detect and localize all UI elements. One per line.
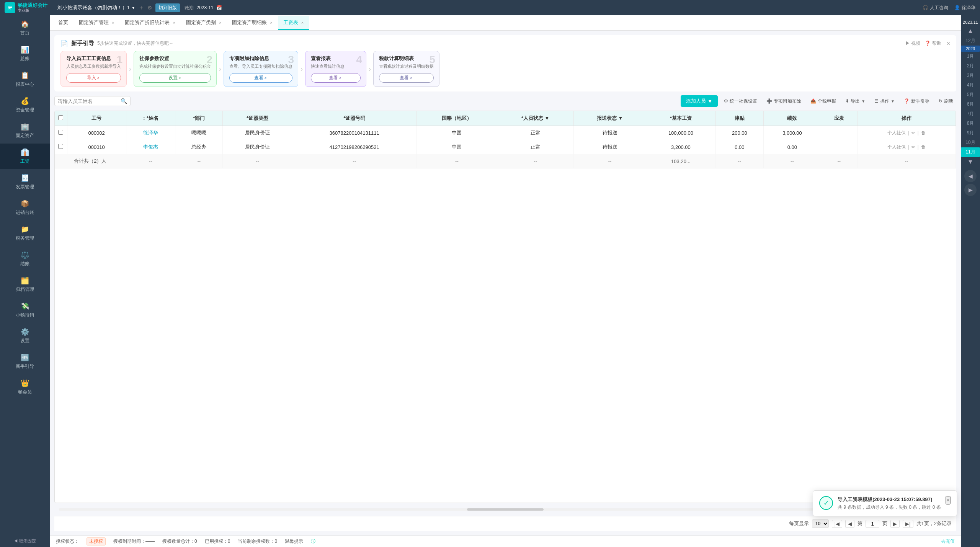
calendar-btn-2[interactable]: ▶ <box>964 184 977 196</box>
calendar-month-3[interactable]: 3月 <box>961 71 980 80</box>
calendar-month-10[interactable]: 10月 <box>961 138 980 147</box>
refresh-btn[interactable]: ↻ 刷新 <box>936 96 956 106</box>
sidebar-item-member[interactable]: 👑 畅会员 <box>0 374 50 400</box>
calendar-month-6[interactable]: 6月 <box>961 100 980 109</box>
tab-salary[interactable]: 工资表 × <box>278 16 309 30</box>
calendar-icon[interactable]: 📅 <box>216 5 222 10</box>
row1-edit-link[interactable]: ✏ <box>911 130 915 136</box>
select-all-checkbox[interactable] <box>58 115 63 120</box>
sidebar-item-home[interactable]: 🏠 首页 <box>0 15 50 41</box>
social-insurance-btn[interactable]: ⚙ 统一社保设置 <box>721 96 760 106</box>
sidebar-item-fund[interactable]: 💰 资金管理 <box>0 92 50 118</box>
wizard-video-link[interactable]: ▶ 视频 <box>905 40 920 47</box>
sidebar-item-archive[interactable]: 🗂️ 归档管理 <box>0 272 50 297</box>
row2-edit-link[interactable]: ✏ <box>911 144 915 150</box>
tab-detail-close[interactable]: × <box>270 20 272 25</box>
select-all-col[interactable] <box>55 111 67 126</box>
row1-name-link[interactable]: 徐泽华 <box>143 130 158 136</box>
sidebar-item-tax[interactable]: 📁 税务管理 <box>0 220 50 246</box>
report-icon: 📋 <box>21 71 29 80</box>
sidebar-item-close[interactable]: ⚖️ 结账 <box>0 246 50 272</box>
tab-depreciation[interactable]: 固定资产折旧统计表 × <box>119 16 180 30</box>
wizard-step-btn-4[interactable]: 查看＞ <box>311 73 361 83</box>
sidebar-item-settings[interactable]: ⚙️ 设置 <box>0 323 50 349</box>
row1-delete-link[interactable]: 🗑 <box>921 130 926 136</box>
service-btn[interactable]: 🎧 人工咨询 <box>923 5 948 11</box>
invoice-icon: 🧾 <box>21 174 29 182</box>
tab-detail[interactable]: 固定资产明细账 × <box>227 16 278 30</box>
calendar-month-11[interactable]: 11月 <box>961 147 980 157</box>
topbar: 好 畅捷通好会计 专业版 刘小艳演示账套（勿删勿动！）1 ▼ ＋ ⚙ 切到旧版 … <box>0 0 980 15</box>
next-page-btn[interactable]: ▶ <box>890 520 900 528</box>
tab-home[interactable]: 首页 <box>53 16 74 30</box>
row1-checkbox-cell[interactable] <box>55 126 67 140</box>
sidebar-item-ledger[interactable]: 📊 总账 <box>0 41 50 67</box>
search-input[interactable] <box>58 98 119 104</box>
tab-fixed-assets-close[interactable]: × <box>112 20 114 25</box>
calendar-month-2[interactable]: 2月 <box>961 61 980 71</box>
unpin-btn[interactable]: ◀ 取消固定 <box>0 535 50 547</box>
sidebar-item-guide[interactable]: 🆕 新手引导 <box>0 349 50 374</box>
row2-checkbox[interactable] <box>58 144 63 149</box>
page-size-select[interactable]: 10 20 50 <box>812 519 829 528</box>
wizard-controls: ▶ 视频 ❓ 帮助 × <box>905 40 950 47</box>
wizard-step-btn-1[interactable]: 导入＞ <box>66 73 121 83</box>
page-label: 页 <box>882 520 887 527</box>
prev-page-btn[interactable]: ◀ <box>845 520 854 528</box>
settings-icon[interactable]: ⚙ <box>147 5 152 11</box>
wizard-step-btn-5[interactable]: 查看＞ <box>379 73 434 83</box>
add-employee-btn[interactable]: 添加人员 ▼ <box>681 95 718 107</box>
row2-name-link[interactable]: 李俊杰 <box>143 144 158 150</box>
wizard-close-btn[interactable]: × <box>947 40 950 47</box>
calendar-up-nav[interactable]: ▲ <box>966 26 975 36</box>
calendar-month-9[interactable]: 9月 <box>961 128 980 138</box>
tax-declare-btn[interactable]: 📤 个税申报 <box>807 96 839 106</box>
wizard-help-link[interactable]: ❓ 帮助 <box>925 40 941 47</box>
calendar-month-4[interactable]: 4月 <box>961 80 980 90</box>
calendar-month-1[interactable]: 1月 <box>961 52 980 61</box>
wizard-step-btn-3[interactable]: 查看＞ <box>229 73 292 83</box>
calendar-btn-1[interactable]: ◀ <box>964 170 977 182</box>
account-selector[interactable]: 刘小艳演示账套（勿删勿动！）1 ▼ ＋ ⚙ <box>57 4 152 12</box>
toast-close-btn[interactable]: × <box>946 496 951 505</box>
row2-checkbox-cell[interactable] <box>55 140 67 154</box>
wizard-step-btn-2[interactable]: 设置＞ <box>139 73 211 83</box>
scrollbar-thumb[interactable] <box>467 508 544 511</box>
calendar-month-12[interactable]: 12月 <box>961 36 980 46</box>
guide-btn[interactable]: ❓ 新手引导 <box>901 96 933 106</box>
sidebar-item-stock[interactable]: 📦 进销台账 <box>0 195 50 220</box>
tab-category[interactable]: 固定资产类别 × <box>181 16 227 30</box>
sidebar-item-invoice[interactable]: 🧾 发票管理 <box>0 169 50 195</box>
calendar-month-5[interactable]: 5月 <box>961 90 980 100</box>
sidebar-item-salary[interactable]: 👔 工资 <box>0 144 50 169</box>
row1-social-link[interactable]: 个人社保 <box>887 130 906 136</box>
account-dropdown-arrow: ▼ <box>131 6 135 10</box>
last-page-btn[interactable]: ▶| <box>903 520 913 528</box>
special-deduction-btn[interactable]: ➕ 专项附加扣除 <box>763 96 804 106</box>
sidebar-item-assets[interactable]: 🏢 固定资产 <box>0 118 50 144</box>
row2-social-link[interactable]: 个人社保 <box>887 144 906 150</box>
row1-op: 个人社保 | ✏ | 🗑 <box>857 126 956 140</box>
calendar-down-nav[interactable]: ▼ <box>966 157 975 167</box>
page-number-input[interactable] <box>866 520 879 528</box>
search-icon[interactable]: 🔍 <box>121 98 127 104</box>
first-page-btn[interactable]: |◀ <box>832 520 842 528</box>
row1-checkbox[interactable] <box>58 130 63 135</box>
tab-fixed-assets[interactable]: 固定资产管理 × <box>74 16 119 30</box>
tab-category-close[interactable]: × <box>219 20 221 25</box>
row2-delete-link[interactable]: 🗑 <box>921 144 926 150</box>
operations-btn[interactable]: ☰ 操作 ▼ <box>871 96 898 106</box>
tab-salary-close[interactable]: × <box>301 20 304 25</box>
sidebar-item-expense[interactable]: 💸 小畅报销 <box>0 297 50 323</box>
archive-icon: 🗂️ <box>21 276 29 285</box>
tab-depreciation-close[interactable]: × <box>173 20 175 25</box>
calendar-year-2023[interactable]: 2023 <box>961 46 980 52</box>
add-account-btn[interactable]: ＋ <box>137 4 146 12</box>
calendar-month-8[interactable]: 8月 <box>961 119 980 128</box>
charge-btn[interactable]: 去充值 <box>941 538 955 545</box>
calendar-month-7[interactable]: 7月 <box>961 109 980 119</box>
export-btn[interactable]: ⬇ 导出 ▼ <box>842 96 868 106</box>
user-menu[interactable]: 👤 徐泽华 <box>954 5 975 11</box>
sidebar-item-report[interactable]: 📋 报表中心 <box>0 67 50 92</box>
switch-version-btn[interactable]: 切到旧版 <box>155 3 180 12</box>
